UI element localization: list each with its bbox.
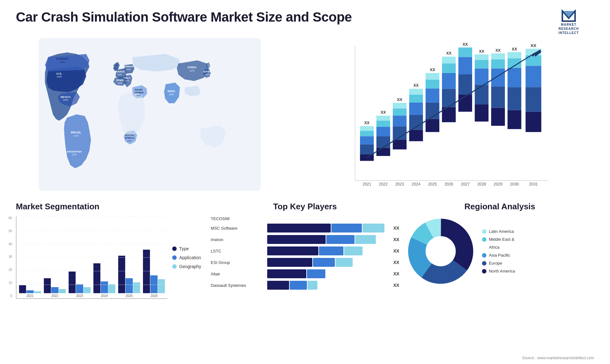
svg-rect-61 xyxy=(409,95,423,103)
svg-rect-106 xyxy=(525,112,541,132)
logo-box: MARKET RESEARCH INTELLECT xyxy=(543,10,594,35)
svg-text:CANADA: CANADA xyxy=(56,57,69,60)
svg-text:CHINA: CHINA xyxy=(187,66,197,69)
svg-text:xx%: xx% xyxy=(118,82,122,84)
player-row-esi: ESI Group XX xyxy=(211,258,399,267)
svg-rect-60 xyxy=(409,103,423,115)
svg-text:xx%: xx% xyxy=(57,75,62,78)
svg-rect-107 xyxy=(525,87,541,111)
svg-rect-48 xyxy=(376,116,390,120)
svg-text:XX: XX xyxy=(364,121,369,125)
svg-text:xx%: xx% xyxy=(63,98,68,101)
player-row-dassault: Dassault Systemes XX xyxy=(211,281,399,290)
svg-text:XX: XX xyxy=(479,49,485,54)
legend-type: Type xyxy=(172,246,201,251)
svg-text:XX: XX xyxy=(413,83,419,88)
donut-chart-svg xyxy=(406,216,476,286)
svg-text:xx%: xx% xyxy=(137,94,141,97)
svg-rect-53 xyxy=(393,116,406,126)
map-container: CANADA xx% U.S. xx% MEXICO xx% BRAZIL xx… xyxy=(16,38,284,191)
svg-rect-74 xyxy=(442,73,456,89)
svg-text:xx%: xx% xyxy=(127,140,132,142)
source-text: Source : www.marketresearchintellect.com xyxy=(522,356,594,360)
svg-rect-108 xyxy=(525,66,541,87)
svg-rect-88 xyxy=(475,60,488,69)
svg-text:xx%: xx% xyxy=(169,93,174,96)
player-row-msc: MSC Software XX xyxy=(211,224,399,233)
regional-legend: Latin America Middle East & Africa Asia … xyxy=(482,229,515,273)
svg-text:XX: XX xyxy=(512,47,517,51)
svg-text:XX: XX xyxy=(381,110,386,115)
svg-text:ARGENTINA: ARGENTINA xyxy=(67,150,82,153)
svg-text:BRAZIL: BRAZIL xyxy=(71,131,81,134)
player-row-altair: Altair XX xyxy=(211,269,399,278)
svg-rect-87 xyxy=(475,68,488,85)
svg-text:FRANCE: FRANCE xyxy=(114,70,125,73)
svg-rect-67 xyxy=(425,88,439,102)
svg-text:2023: 2023 xyxy=(395,182,404,186)
svg-marker-1 xyxy=(562,11,575,18)
svg-rect-41 xyxy=(360,126,374,131)
svg-text:INDIA: INDIA xyxy=(167,90,175,93)
svg-text:SPAIN: SPAIN xyxy=(116,79,124,82)
svg-text:SAUDI: SAUDI xyxy=(135,88,143,91)
svg-rect-54 xyxy=(393,108,406,116)
players-list: TECOSIM MSC Software XX Instron xyxy=(211,216,399,290)
legend-asia-pacific: Asia Pacific xyxy=(482,253,515,258)
svg-rect-85 xyxy=(475,104,488,122)
page-header: Car Crash Simulation Software Market Siz… xyxy=(0,0,610,38)
svg-text:xx%: xx% xyxy=(126,68,131,71)
svg-text:U.K.: U.K. xyxy=(113,64,118,67)
svg-rect-81 xyxy=(458,57,472,74)
svg-rect-40 xyxy=(360,131,374,137)
logo-icon xyxy=(560,10,578,23)
svg-rect-55 xyxy=(393,103,406,109)
svg-text:2028: 2028 xyxy=(477,182,486,186)
key-players-title: Top Key Players xyxy=(211,202,399,212)
svg-rect-99 xyxy=(507,110,521,129)
svg-rect-89 xyxy=(475,54,488,60)
svg-rect-76 xyxy=(442,57,456,64)
svg-text:2027: 2027 xyxy=(461,182,470,186)
svg-text:U.S.: U.S. xyxy=(57,72,62,75)
svg-rect-51 xyxy=(393,139,406,149)
svg-text:xx%: xx% xyxy=(205,73,209,76)
svg-rect-62 xyxy=(409,89,423,95)
donut-container: Latin America Middle East & Africa Asia … xyxy=(406,216,594,286)
svg-rect-100 xyxy=(507,87,521,110)
svg-rect-45 xyxy=(376,136,390,148)
svg-text:xx%: xx% xyxy=(190,69,194,72)
svg-rect-68 xyxy=(425,80,439,89)
svg-text:ARABIA: ARABIA xyxy=(134,91,144,94)
svg-rect-95 xyxy=(491,59,505,69)
svg-rect-38 xyxy=(360,145,374,154)
bar-chart-section: XX 2021 XX 2022 XX 2023 xyxy=(293,38,594,197)
regional-section: Regional Analysis xyxy=(406,202,594,299)
svg-text:xx%: xx% xyxy=(118,73,122,76)
legend-geography: Geography xyxy=(172,264,201,269)
svg-text:SOUTH: SOUTH xyxy=(125,134,134,137)
legend-latin-america: Latin America xyxy=(482,229,515,234)
svg-rect-86 xyxy=(475,85,488,104)
svg-rect-103 xyxy=(507,52,521,58)
svg-rect-92 xyxy=(491,108,505,126)
regional-title: Regional Analysis xyxy=(406,202,594,212)
world-map-section: CANADA xx% U.S. xx% MEXICO xx% BRAZIL xx… xyxy=(16,38,284,197)
svg-text:XX: XX xyxy=(430,68,435,72)
svg-rect-47 xyxy=(376,121,390,127)
svg-text:XX: XX xyxy=(531,43,536,48)
svg-rect-65 xyxy=(425,119,439,132)
svg-text:xx%: xx% xyxy=(72,153,77,156)
svg-rect-93 xyxy=(491,86,505,108)
svg-text:JAPAN: JAPAN xyxy=(203,70,211,73)
svg-text:XX: XX xyxy=(397,98,403,102)
svg-text:2031: 2031 xyxy=(529,182,538,186)
svg-rect-75 xyxy=(442,64,456,73)
svg-text:xx%: xx% xyxy=(74,134,78,137)
legend-europe: Europe xyxy=(482,261,515,266)
svg-text:2025: 2025 xyxy=(428,182,437,186)
svg-text:xx%: xx% xyxy=(60,61,65,64)
svg-point-121 xyxy=(427,237,455,265)
svg-text:2030: 2030 xyxy=(510,182,519,186)
player-row-lstc: LSTC XX xyxy=(211,246,399,255)
